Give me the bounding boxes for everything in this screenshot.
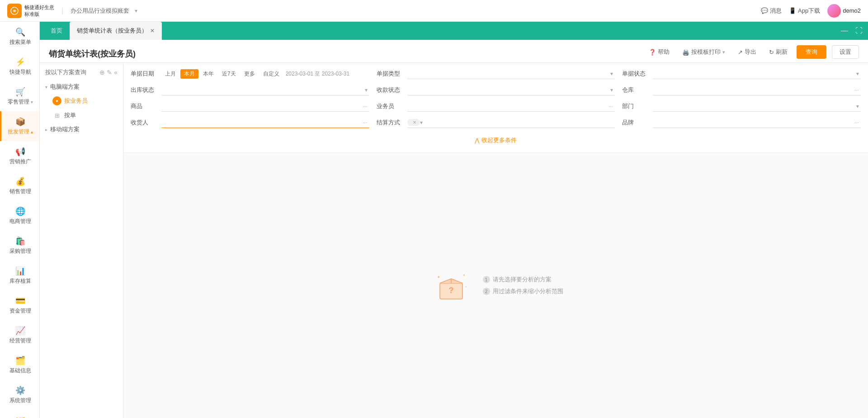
salesperson-input[interactable] bbox=[407, 103, 609, 109]
department-dropdown-icon: ▾ bbox=[856, 103, 861, 109]
page-header: 销货单统计表(按业务员) ❓ 帮助 🖨️ 按模板打印 ▾ ↗ 导出 ↻ 刷新 bbox=[40, 40, 868, 63]
add-scheme-icon[interactable]: ⊕ bbox=[99, 69, 105, 76]
purchase-icon: 🛍️ bbox=[5, 236, 36, 246]
app-download-btn[interactable]: 📱 App下载 bbox=[789, 7, 820, 15]
date-tab-this-month[interactable]: 本月 bbox=[180, 69, 198, 79]
tab-minimize-icon[interactable]: — bbox=[839, 25, 850, 37]
panel-actions: ⊕ ✎ « bbox=[99, 69, 118, 76]
breadcrumb-dropdown-icon[interactable]: ▾ bbox=[135, 8, 137, 14]
warehouse-input[interactable] bbox=[653, 86, 854, 93]
tree-node-pc-scheme[interactable]: ▾ 电脑端方案 bbox=[40, 80, 123, 94]
out-status-dropdown-icon: ▾ bbox=[365, 87, 369, 93]
top-header: 畅捷通好生意 标准版 | 办公用品行业模拟账套 ▾ 💬 消息 📱 App下载 d… bbox=[0, 0, 868, 22]
receipt-status-select[interactable]: ▾ bbox=[407, 85, 615, 95]
template-print-btn[interactable]: 🖨️ 按模板打印 ▾ bbox=[679, 46, 729, 58]
tree-node-by-order[interactable]: ⊞ 按单 bbox=[40, 108, 123, 123]
warehouse-select[interactable]: ··· bbox=[653, 85, 861, 95]
tree-node-mobile-scheme[interactable]: ▸ 移动端方案 bbox=[40, 123, 123, 136]
sidebar-stock[interactable]: 📊 库存核算 bbox=[0, 261, 39, 290]
sidebar-retail[interactable]: 🛒 零售管理 ▾ bbox=[0, 81, 39, 111]
doc-status-dropdown-icon: ▾ bbox=[856, 71, 861, 77]
brand-field: 品牌 ··· bbox=[622, 117, 861, 128]
edit-scheme-icon[interactable]: ✎ bbox=[107, 69, 112, 76]
tab-expand-icon[interactable]: ⛶ bbox=[854, 25, 864, 37]
settlement-field: 结算方式 ✕ ▾ bbox=[377, 117, 615, 128]
system-icon: ⚙️ bbox=[5, 385, 36, 395]
message-btn[interactable]: 💬 消息 bbox=[761, 7, 782, 15]
sidebar-wholesale[interactable]: 📦 批发管理 ▴ bbox=[0, 111, 39, 141]
warehouse-more-icon[interactable]: ··· bbox=[854, 87, 861, 93]
tab-home[interactable]: 首页 bbox=[43, 22, 70, 40]
sidebar-ecommerce[interactable]: 🌐 电商管理 bbox=[0, 201, 39, 231]
export-btn[interactable]: ↗ 导出 bbox=[734, 46, 760, 58]
sidebar-sales[interactable]: 💰 销售管理 bbox=[0, 171, 39, 201]
receipt-status-input[interactable] bbox=[407, 86, 611, 93]
date-tab-custom[interactable]: 自定义 bbox=[259, 69, 283, 79]
help-btn[interactable]: ❓ 帮助 bbox=[645, 46, 673, 58]
wholesale-icon: 📦 bbox=[5, 117, 36, 127]
receiver-select[interactable]: ··· bbox=[161, 117, 369, 128]
sidebar-quick-nav[interactable]: ⚡ 快捷导航 bbox=[0, 52, 39, 81]
sidebar-marketing[interactable]: 📢 营销推广 bbox=[0, 141, 39, 171]
date-tab-7days[interactable]: 近7天 bbox=[218, 69, 240, 79]
right-panel: 单据日期 上月 本月 本年 近7天 更多 自定义 20 bbox=[123, 63, 868, 418]
department-input[interactable] bbox=[653, 103, 856, 109]
step-2-num: 2 bbox=[483, 288, 490, 295]
doc-type-field: 单据类型 ▾ bbox=[377, 68, 615, 79]
empty-step-1: 1 请先选择要分析的方案 bbox=[483, 276, 563, 284]
salesperson-select[interactable]: ··· bbox=[407, 101, 615, 112]
date-tab-more[interactable]: 更多 bbox=[241, 69, 259, 79]
tab-bar-actions: — ⛶ bbox=[839, 25, 864, 37]
doc-type-select[interactable]: ▾ bbox=[407, 68, 615, 79]
query-btn[interactable]: 查询 bbox=[797, 45, 826, 59]
receiver-more-icon[interactable]: ··· bbox=[363, 119, 369, 126]
receiver-input[interactable] bbox=[161, 119, 363, 126]
user-avatar-area[interactable]: demo2 bbox=[827, 4, 861, 18]
ecommerce-icon: 🌐 bbox=[5, 206, 36, 216]
department-field: 部门 ▾ bbox=[622, 101, 861, 112]
collapse-icon: ⋀ bbox=[475, 137, 480, 144]
sidebar-nav: 🔍 搜索菜单 ⚡ 快捷导航 🛒 零售管理 ▾ 📦 批发管理 ▴ 📢 营销推广 💰… bbox=[0, 22, 40, 418]
product-input[interactable] bbox=[161, 103, 363, 109]
brand-select[interactable]: ··· bbox=[653, 117, 861, 128]
scheme-panel: 按以下方案查询 ⊕ ✎ « ▾ 电脑端方案 ● bbox=[40, 63, 123, 418]
sidebar-finance[interactable]: 💳 资金管理 bbox=[0, 290, 39, 320]
doc-status-input[interactable] bbox=[653, 70, 856, 77]
stock-icon: 📊 bbox=[5, 266, 36, 276]
out-status-input[interactable] bbox=[161, 86, 365, 93]
settlement-tag-remove[interactable]: ✕ bbox=[413, 120, 416, 125]
page-actions: ❓ 帮助 🖨️ 按模板打印 ▾ ↗ 导出 ↻ 刷新 查询 设置 bbox=[645, 45, 859, 62]
tree-node-by-salesperson[interactable]: ● 按业务员 bbox=[40, 94, 123, 108]
doc-type-dropdown-icon: ▾ bbox=[610, 71, 615, 77]
settings-btn[interactable]: 设置 bbox=[832, 45, 859, 59]
tab-bar: 首页 销货单统计表（按业务员） ✕ — ⛶ bbox=[40, 22, 868, 40]
tab-close-icon[interactable]: ✕ bbox=[150, 28, 155, 34]
department-select[interactable]: ▾ bbox=[653, 101, 861, 112]
arrow-right-icon: ▸ bbox=[45, 127, 47, 132]
sidebar-purchase[interactable]: 🛍️ 采购管理 bbox=[0, 231, 39, 261]
sidebar-search-menu[interactable]: 🔍 搜索菜单 bbox=[0, 22, 39, 52]
date-tab-last-month[interactable]: 上月 bbox=[161, 69, 179, 79]
doc-status-select[interactable]: ▾ bbox=[653, 68, 861, 79]
tab-sales-stat[interactable]: 销货单统计表（按业务员） ✕ bbox=[70, 22, 162, 40]
sidebar-system[interactable]: ⚙️ 系统管理 bbox=[0, 380, 39, 410]
empty-step-2: 2 用过滤条件来缩小分析范围 bbox=[483, 287, 563, 295]
date-tab-this-year[interactable]: 本年 bbox=[199, 69, 217, 79]
doc-type-input[interactable] bbox=[407, 70, 611, 77]
brand-more-icon[interactable]: ··· bbox=[854, 119, 861, 126]
collapse-panel-icon[interactable]: « bbox=[114, 69, 118, 76]
collapse-filters-btn[interactable]: ⋀ 收起更多条件 bbox=[131, 133, 861, 147]
product-select[interactable]: ··· bbox=[161, 101, 369, 112]
salesperson-more-icon[interactable]: ··· bbox=[609, 103, 615, 109]
brand-input[interactable] bbox=[653, 119, 854, 126]
refresh-btn[interactable]: ↻ 刷新 bbox=[765, 46, 791, 58]
receipt-status-field: 收款状态 ▾ bbox=[377, 85, 615, 95]
settlement-select[interactable]: ✕ ▾ bbox=[407, 117, 615, 128]
product-more-icon[interactable]: ··· bbox=[363, 103, 369, 109]
out-status-select[interactable]: ▾ bbox=[161, 85, 369, 95]
sidebar-cooperation[interactable]: 🤝 企业协同 bbox=[0, 410, 39, 418]
message-icon: 💬 bbox=[761, 7, 768, 14]
sidebar-basic-info[interactable]: 🗂️ 基础信息 bbox=[0, 350, 39, 380]
sidebar-operation[interactable]: 📈 经营管理 bbox=[0, 320, 39, 350]
operation-icon: 📈 bbox=[5, 326, 36, 336]
